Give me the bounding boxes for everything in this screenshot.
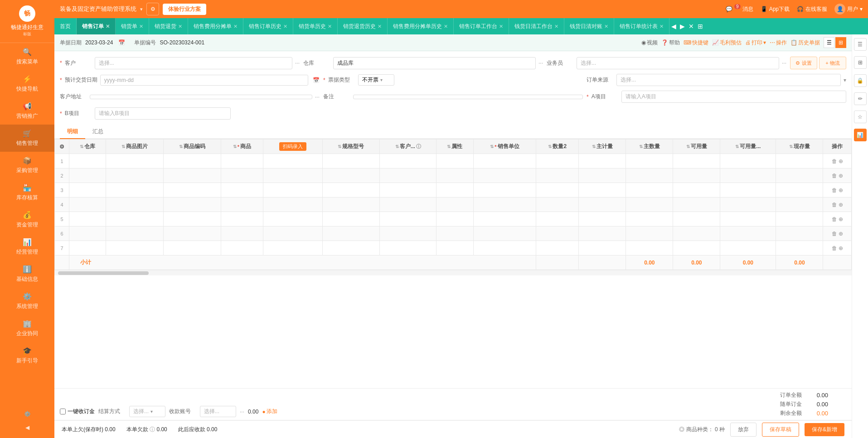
save-new-button[interactable]: 保存&新增 (805, 423, 844, 436)
sidebar-item-guide[interactable]: 🎓 新手引导 (0, 342, 54, 369)
panel-btn-2[interactable]: ⊞ (854, 56, 867, 69)
row-warehouse[interactable] (69, 197, 106, 212)
row-main-qty[interactable] (626, 241, 673, 255)
a-project-input[interactable]: 请输入A项目 (621, 91, 846, 103)
delivery-input[interactable]: yyyy-mm-dd (100, 75, 308, 86)
row-qty2[interactable] (536, 183, 579, 197)
row-qty2[interactable] (536, 154, 579, 168)
row-main-unit[interactable] (579, 154, 626, 168)
row-spec[interactable] (322, 168, 380, 183)
video-btn[interactable]: ◉ 视频 (641, 39, 658, 47)
row-avail-qty[interactable] (673, 226, 720, 241)
row-avail-more[interactable] (720, 241, 776, 255)
tab-close-icon[interactable]: ✕ (554, 24, 558, 29)
delete-icon[interactable]: 🗑 (832, 173, 837, 179)
row-unit[interactable] (473, 212, 536, 226)
row-main-qty[interactable] (626, 226, 673, 241)
tab-sales-summary[interactable]: 销售订单统计表 ✕ (614, 18, 669, 34)
row-code[interactable] (164, 226, 221, 241)
grid-layout-btn[interactable]: ⊞ (835, 37, 846, 48)
history-btn[interactable]: 📋 历史单据 (790, 39, 820, 47)
sidebar-item-management[interactable]: 📊 经营管理 (0, 233, 54, 260)
sort-icon[interactable]: ⇅ (592, 144, 596, 149)
tab-close-icon[interactable]: ✕ (233, 24, 238, 29)
row-unit[interactable] (473, 241, 536, 255)
row-main-qty[interactable] (626, 212, 673, 226)
row-stock[interactable] (776, 241, 823, 255)
copy-icon[interactable]: ⊕ (839, 187, 843, 193)
row-main-qty[interactable] (626, 168, 673, 183)
address-more-icon[interactable]: ··· (315, 94, 320, 100)
row-attr[interactable] (436, 226, 473, 241)
customer-code-info-icon[interactable]: ⓘ (416, 143, 421, 150)
sort-icon[interactable]: ⇅ (179, 144, 183, 149)
row-main-unit[interactable] (579, 197, 626, 212)
row-avail-more[interactable] (720, 226, 776, 241)
row-avail-qty[interactable] (673, 154, 720, 168)
row-warehouse[interactable] (69, 154, 106, 168)
row-code[interactable] (164, 241, 221, 255)
row-unit[interactable] (473, 183, 536, 197)
tab-close-icon[interactable]: ✕ (178, 24, 182, 29)
row-main-unit[interactable] (579, 226, 626, 241)
row-attr[interactable] (436, 183, 473, 197)
row-stock[interactable] (776, 226, 823, 241)
sidebar-item-sales[interactable]: 🛒 销售管理 (0, 125, 54, 152)
panel-btn-4[interactable]: ✏ (854, 92, 867, 105)
invoice-select[interactable]: 不开票 ▾ (358, 74, 394, 86)
tab-close-icon[interactable]: ✕ (139, 24, 143, 29)
row-main-unit[interactable] (579, 241, 626, 255)
warehouse-input[interactable]: 成品库 (333, 57, 536, 69)
delete-icon[interactable]: 🗑 (832, 216, 837, 222)
row-avail-qty[interactable] (673, 241, 720, 255)
row-customer-code[interactable] (380, 168, 436, 183)
row-code[interactable] (164, 154, 221, 168)
row-spec[interactable] (322, 183, 380, 197)
row-stock[interactable] (776, 212, 823, 226)
row-goods[interactable] (221, 226, 263, 241)
payment-select[interactable]: 选择... ▾ (129, 406, 165, 417)
tab-invoice-history[interactable]: 销货单历史 ✕ (293, 18, 338, 34)
row-spec[interactable] (322, 226, 380, 241)
row-attr[interactable] (436, 197, 473, 212)
row-main-qty[interactable] (626, 183, 673, 197)
messages-btn[interactable]: 💬 9 消息 (726, 5, 753, 13)
sort-icon[interactable]: ⇅ (80, 144, 83, 149)
row-qty2[interactable] (536, 197, 579, 212)
tab-cost-split[interactable]: 销售费用分摊单 ✕ (188, 18, 243, 34)
sort-icon[interactable]: ⇅ (395, 144, 399, 149)
copy-icon[interactable]: ⊕ (839, 245, 843, 251)
tab-close-icon[interactable]: ✕ (604, 24, 608, 29)
tab-sales-return[interactable]: 销货退货 ✕ (149, 18, 188, 34)
row-avail-qty[interactable] (673, 168, 720, 183)
horizontal-scrollbar[interactable] (54, 270, 852, 275)
sort-icon[interactable]: ⇅ (789, 144, 793, 149)
tab-close-icon[interactable]: ✕ (378, 24, 382, 29)
row-image[interactable] (106, 183, 164, 197)
row-warehouse[interactable] (69, 183, 106, 197)
tab-prev-btn[interactable]: ◀ (669, 18, 678, 34)
row-avail-more[interactable] (720, 168, 776, 183)
sort-icon[interactable]: ⇅ (447, 144, 451, 149)
sidebar-item-purchase[interactable]: 📦 采购管理 (0, 152, 54, 179)
row-goods[interactable] (221, 154, 263, 168)
save-draft-button[interactable]: 保存草稿 (762, 423, 799, 437)
delete-icon[interactable]: 🗑 (832, 231, 837, 237)
tab-close-all-btn[interactable]: ✕ (687, 18, 696, 34)
row-customer-code[interactable] (380, 154, 436, 168)
scan-button[interactable]: 扫码录入 (279, 142, 306, 151)
add-payment-btn[interactable]: ● 添加 (262, 408, 277, 415)
address-input[interactable] (90, 95, 312, 99)
row-avail-more[interactable] (720, 212, 776, 226)
calendar2-icon[interactable]: 📅 (313, 77, 320, 83)
copy-icon[interactable]: ⊕ (839, 158, 843, 164)
panel-btn-5[interactable]: ☆ (854, 111, 867, 123)
row-image[interactable] (106, 168, 164, 183)
tab-sales-invoice[interactable]: 销货单 ✕ (116, 18, 149, 34)
row-code[interactable] (164, 212, 221, 226)
list-layout-btn[interactable]: ☰ (824, 37, 834, 48)
delete-icon[interactable]: 🗑 (832, 158, 837, 164)
row-customer-code[interactable] (380, 183, 436, 197)
row-main-unit[interactable] (579, 183, 626, 197)
row-avail-more[interactable] (720, 154, 776, 168)
